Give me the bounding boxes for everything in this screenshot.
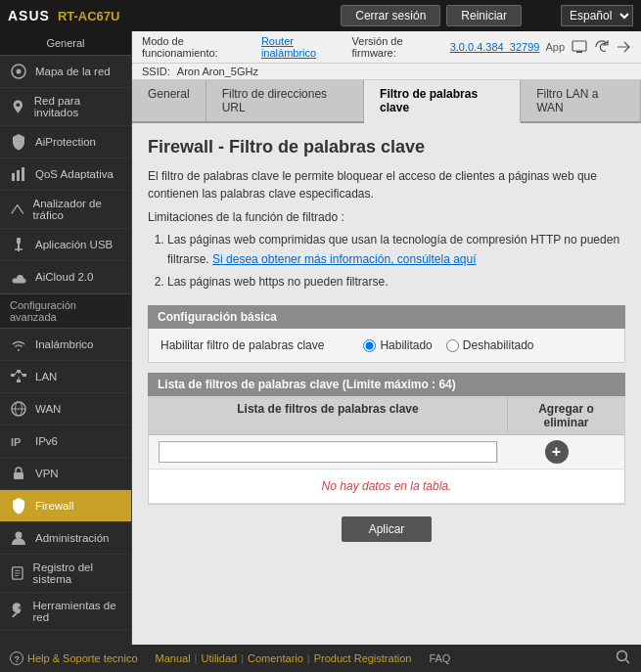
svg-point-2: [17, 103, 21, 107]
sidebar-item-wan[interactable]: WAN: [0, 393, 131, 426]
fw-value[interactable]: 3.0.0.4.384_32799: [450, 41, 540, 53]
info-icons: App: [545, 40, 631, 54]
col-add-header: Agregar o eliminar: [507, 397, 624, 434]
svg-rect-5: [22, 167, 24, 181]
mode-label: Modo de funcionamiento:: [142, 35, 255, 59]
top-bar: ASUS RT-AC67U Cerrar sesión Reiniciar Es…: [0, 0, 641, 31]
mode-value[interactable]: Router inalámbrico: [261, 35, 346, 59]
manual-link[interactable]: Manual: [156, 652, 191, 664]
tab-keyword-filter[interactable]: Filtro de palabras clave: [364, 80, 521, 123]
ssid-value: Aron Aron_5GHz: [177, 66, 258, 77]
phone-icon: [571, 40, 588, 54]
model-name: RT-AC67U: [58, 9, 120, 23]
tab-general[interactable]: General: [132, 80, 206, 121]
ssid-label: SSID:: [142, 66, 170, 77]
info-bar: Modo de funcionamiento: Router inalámbri…: [132, 31, 641, 64]
radio-group: Habilitado Deshabilitado: [363, 338, 533, 352]
admin-icon: [10, 529, 27, 547]
main-layout: General Mapa de la red Red para invitado…: [0, 31, 641, 645]
limitations-title: Limitaciones de la función de filtrado :: [148, 210, 625, 224]
restart-button[interactable]: Reiniciar: [446, 5, 522, 26]
usb-icon: [10, 236, 27, 253]
search-icon-bottom[interactable]: [616, 650, 631, 667]
help-label[interactable]: Help & Soporte tecnico: [27, 652, 138, 664]
svg-rect-10: [17, 370, 21, 373]
svg-rect-6: [17, 238, 21, 244]
sidebar-item-syslog[interactable]: Registro del sistema: [0, 555, 131, 593]
svg-line-15: [21, 372, 23, 376]
logout-button[interactable]: Cerrar sesión: [341, 5, 440, 26]
lan-icon: [10, 368, 27, 385]
svg-rect-12: [17, 380, 21, 382]
sidebar-item-guest-network[interactable]: Red para invitados: [0, 88, 131, 126]
svg-point-31: [618, 651, 627, 661]
svg-point-22: [16, 532, 23, 539]
limitations-list: Las páginas web comprimidas que usan la …: [167, 230, 625, 291]
list-section-header: Lista de filtros de palabras clave (Lími…: [148, 373, 625, 396]
app-label: App: [545, 41, 565, 53]
ipv6-icon: IP: [10, 432, 27, 450]
help-links: Manual | Utilidad | Comentario | Product…: [156, 652, 412, 664]
col-list-header: Lista de filtros de palabras clave: [149, 397, 507, 434]
help-circle-icon: ?: [10, 651, 23, 665]
sidebar-item-lan[interactable]: LAN: [0, 361, 131, 393]
tab-lan-wan[interactable]: Filtro LAN a WAN: [521, 80, 641, 121]
sidebar-item-usb[interactable]: Aplicación USB: [0, 229, 131, 261]
page-content: Firewall - Filtro de palabras clave El f…: [132, 123, 641, 556]
sidebar-item-aiprotection[interactable]: AiProtection: [0, 126, 131, 158]
wan-icon: [10, 400, 27, 418]
filter-enable-label: Habilitar filtro de palabras clave: [160, 338, 324, 352]
sidebar-item-qos[interactable]: QoS Adaptativa: [0, 158, 131, 191]
svg-line-14: [15, 372, 17, 376]
sidebar-item-vpn[interactable]: VPN: [0, 458, 131, 490]
aiprotection-icon: [10, 133, 27, 151]
content-area: Modo de funcionamiento: Router inalámbri…: [132, 31, 641, 645]
basic-config-body: Habilitar filtro de palabras clave Habil…: [148, 329, 625, 363]
limitation-2: Las páginas web https no pueden filtrars…: [167, 272, 625, 291]
radio-enabled-input[interactable]: [363, 339, 376, 352]
svg-rect-3: [12, 173, 15, 181]
filter-enable-row: Habilitar filtro de palabras clave Habil…: [160, 338, 613, 352]
refresh-icon[interactable]: [594, 40, 610, 54]
help-area: ? Help & Soporte tecnico: [10, 651, 138, 665]
keyword-input[interactable]: [159, 441, 497, 463]
no-data-message: No hay datos en la tabla.: [149, 470, 624, 504]
tools-icon: [10, 603, 25, 620]
sidebar-item-aicloud[interactable]: AiCloud 2.0: [0, 261, 131, 293]
topbar-buttons: Cerrar sesión Reiniciar: [341, 5, 522, 26]
more-info-link[interactable]: Si desea obtener más información, consúl…: [212, 252, 477, 266]
radio-disabled-input[interactable]: [446, 339, 459, 352]
svg-text:IP: IP: [11, 436, 21, 448]
sidebar-item-tools[interactable]: Herramientas de red: [0, 593, 131, 631]
qos-icon: [10, 165, 27, 183]
description: El filtro de palabras clave le permite b…: [148, 167, 625, 202]
svg-text:?: ?: [15, 654, 21, 664]
radio-enabled[interactable]: Habilitado: [363, 338, 432, 352]
basic-config-header: Configuración básica: [148, 305, 625, 329]
table-col-headers: Lista de filtros de palabras clave Agreg…: [149, 397, 624, 435]
logo-area: ASUS RT-AC67U: [8, 8, 119, 23]
svg-rect-7: [18, 244, 20, 251]
sidebar-item-network-map[interactable]: Mapa de la red: [0, 56, 131, 88]
sidebar-item-admin[interactable]: Administración: [0, 522, 131, 555]
comment-link[interactable]: Comentario: [248, 652, 303, 664]
tab-url-filter[interactable]: Filtro de direcciones URL: [206, 80, 364, 121]
sidebar-general-header: General: [0, 31, 131, 56]
language-select[interactable]: Español: [561, 5, 633, 26]
sidebar-item-traffic[interactable]: Analizador de tráfico: [0, 191, 131, 229]
guest-network-icon: [10, 98, 26, 115]
fw-label: Versión de firmware:: [352, 35, 444, 59]
sidebar-item-wireless[interactable]: Inalámbrico: [0, 329, 131, 361]
keyword-filter-table: Lista de filtros de palabras clave Agreg…: [148, 396, 625, 505]
apply-button[interactable]: Aplicar: [342, 516, 433, 542]
traffic-icon: [10, 201, 25, 218]
product-reg-link[interactable]: Product Registration: [314, 652, 412, 664]
add-keyword-button[interactable]: +: [545, 440, 569, 464]
sidebar-item-ipv6[interactable]: IP IPv6: [0, 426, 131, 458]
faq-label: FAQ: [429, 652, 450, 664]
search-icon: [616, 650, 631, 665]
svg-rect-28: [576, 51, 582, 53]
utility-link[interactable]: Utilidad: [201, 652, 237, 664]
radio-disabled[interactable]: Deshabilitado: [446, 338, 534, 352]
sidebar-item-firewall[interactable]: Firewall: [0, 490, 131, 522]
